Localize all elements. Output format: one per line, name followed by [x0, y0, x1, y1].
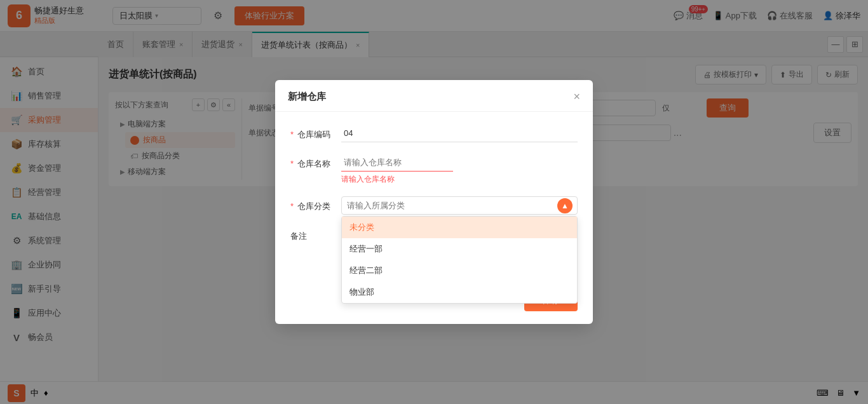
dropdown-dept2-label: 经营二部: [349, 266, 383, 275]
modal-code-label: * 仓库编码: [290, 125, 341, 140]
name-error-message: 请输入仓库名称: [341, 174, 578, 185]
category-input-wrap: ▲ 未分类 经营一部 经营二部 物业部: [341, 196, 578, 215]
modal-overlay[interactable]: 新增仓库 × * 仓库编码 * 仓库名称 请输入仓库名称: [0, 0, 868, 404]
name-label-text: 仓库名称: [297, 159, 330, 168]
dropdown-item-uncategorized[interactable]: 未分类: [342, 217, 577, 238]
memo-label-text: 备注: [290, 231, 307, 241]
warehouse-category-input[interactable]: [341, 196, 578, 215]
category-toggle-button[interactable]: ▲: [557, 198, 573, 213]
modal-body: * 仓库编码 * 仓库名称 请输入仓库名称 *: [275, 112, 593, 282]
dropdown-item-dept1[interactable]: 经营一部: [342, 238, 577, 260]
modal-code-row: * 仓库编码: [290, 125, 578, 142]
modal-name-row: * 仓库名称 请输入仓库名称: [290, 154, 578, 185]
warehouse-name-input[interactable]: [341, 154, 453, 172]
modal-title: 新增仓库: [288, 91, 326, 103]
modal-close-button[interactable]: ×: [573, 90, 580, 104]
dropdown-uncategorized-label: 未分类: [349, 222, 374, 232]
modal-header: 新增仓库 ×: [275, 80, 593, 112]
modal-memo-label: 备注: [290, 226, 341, 242]
add-warehouse-modal: 新增仓库 × * 仓库编码 * 仓库名称 请输入仓库名称: [275, 80, 593, 324]
dropdown-property-label: 物业部: [349, 287, 374, 297]
dropdown-item-dept2[interactable]: 经营二部: [342, 260, 577, 281]
warehouse-code-input[interactable]: [341, 125, 578, 142]
modal-category-label: * 仓库分类: [290, 196, 341, 212]
code-label-text: 仓库编码: [297, 130, 330, 139]
required-star-code: *: [290, 130, 294, 139]
required-star-name: *: [290, 159, 294, 168]
modal-name-label: * 仓库名称: [290, 154, 341, 170]
category-dropdown: 未分类 经营一部 经营二部 物业部: [341, 216, 578, 304]
name-input-wrap: 请输入仓库名称: [341, 154, 578, 185]
required-star-category: *: [290, 201, 294, 211]
dropdown-dept1-label: 经营一部: [349, 244, 383, 253]
modal-category-row: * 仓库分类 ▲ 未分类 经营一部 经营二部: [290, 196, 578, 215]
category-label-text: 仓库分类: [297, 201, 330, 211]
dropdown-item-property[interactable]: 物业部: [342, 281, 577, 303]
